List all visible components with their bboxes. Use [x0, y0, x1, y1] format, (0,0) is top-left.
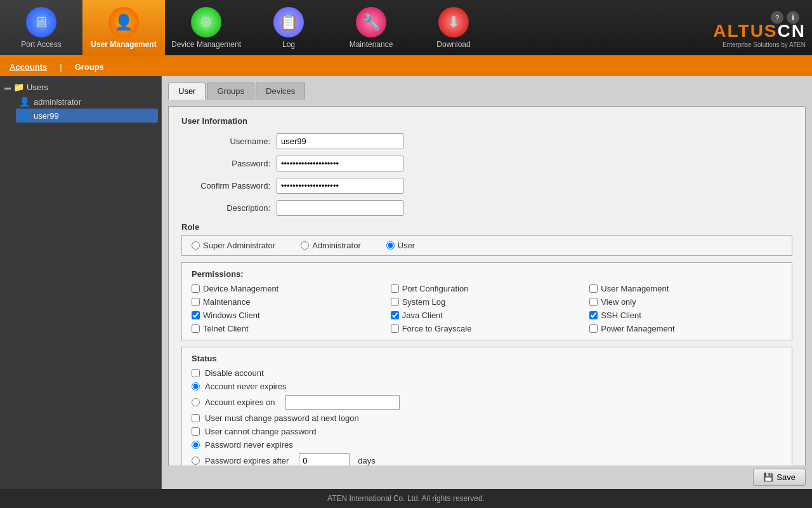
perm-telnet-client[interactable]: Telnet Client: [192, 324, 384, 333]
perm-system-log-cb[interactable]: [391, 298, 399, 306]
sidebar-item-administrator[interactable]: 👤 administrator: [16, 95, 158, 109]
password-expires-row: Password expires after days: [192, 453, 782, 465]
user-management-icon: 👤: [108, 7, 139, 37]
perm-windows-client-cb[interactable]: [192, 311, 200, 319]
perm-device-management-cb[interactable]: [192, 284, 200, 293]
copyright-text: ATEN International Co. Ltd. All rights r…: [327, 494, 485, 503]
download-icon: ⬇: [438, 7, 469, 37]
perm-device-management[interactable]: Device Management: [192, 284, 384, 293]
role-administrator-radio[interactable]: [301, 241, 309, 250]
log-icon: 📋: [273, 7, 304, 37]
expires-on-radio[interactable]: [192, 398, 200, 406]
tab-user[interactable]: User: [168, 83, 206, 100]
info-button[interactable]: ℹ: [787, 11, 799, 23]
sub-navigation: Accounts | Groups: [0, 57, 812, 76]
password-never-expires-radio[interactable]: [192, 441, 200, 449]
role-super-admin-radio[interactable]: [192, 241, 200, 250]
main-area: ▬ 📁 Users 👤 administrator 👤 user99 User: [0, 76, 812, 489]
expires-on-row: Account expires on: [192, 395, 782, 410]
nav-port-access[interactable]: 🖥 Port Access: [0, 0, 82, 57]
tab-groups[interactable]: Groups: [207, 83, 254, 100]
help-icons: ? ℹ: [771, 11, 799, 23]
nav-user-management[interactable]: 👤 User Management: [82, 0, 165, 57]
password-row: Password:: [181, 156, 792, 171]
permissions-title: Permissions:: [192, 269, 782, 279]
user-info-title: User Information: [181, 116, 792, 126]
days-label: days: [358, 456, 375, 465]
role-super-admin[interactable]: Super Administrator: [192, 241, 275, 250]
perm-windows-client[interactable]: Windows Client: [192, 311, 384, 320]
never-expires-radio[interactable]: [192, 382, 200, 391]
sidebar: ▬ 📁 Users 👤 administrator 👤 user99: [0, 76, 162, 489]
permissions-grid: Device Management Port Configuration Use…: [192, 284, 782, 333]
perm-system-log[interactable]: System Log: [391, 297, 584, 307]
nav-log[interactable]: 📋 Log: [247, 0, 330, 57]
logo-area: ? ℹ ALTUSCN Enterprise Solutions by ATEN: [713, 8, 806, 48]
nav-device-management[interactable]: ⚙ Device Management: [165, 0, 247, 57]
subnav-accounts[interactable]: Accounts: [6, 61, 50, 73]
device-management-icon: ⚙: [191, 7, 221, 37]
perm-telnet-client-cb[interactable]: [192, 324, 200, 333]
perm-java-client-cb[interactable]: [391, 311, 399, 319]
role-user[interactable]: User: [386, 241, 415, 250]
collapse-icon: ▬: [4, 84, 11, 91]
perm-power-management-cb[interactable]: [589, 324, 598, 333]
description-input[interactable]: [277, 200, 403, 216]
nav-download[interactable]: ⬇ Download: [412, 0, 495, 57]
tree-children: 👤 administrator 👤 user99: [3, 95, 158, 123]
help-button[interactable]: ?: [771, 11, 783, 23]
form-panel: User Information Username: Password: Con…: [168, 106, 806, 465]
maintenance-icon: 🔧: [356, 7, 386, 37]
top-navigation: 🖥 Port Access 👤 User Management ⚙ Device…: [0, 0, 812, 57]
nav-maintenance[interactable]: 🔧 Maintenance: [330, 0, 412, 57]
perm-view-only-cb[interactable]: [589, 298, 598, 306]
perm-force-grayscale[interactable]: Force to Grayscale: [391, 324, 584, 333]
folder-icon: 📁: [13, 82, 24, 92]
right-panel: User Groups Devices User Information Use…: [162, 76, 812, 489]
must-change-checkbox[interactable]: [192, 414, 200, 422]
perm-port-configuration[interactable]: Port Configuration: [391, 284, 584, 293]
logo-subtitle: Enterprise Solutions by ATEN: [723, 41, 806, 48]
role-administrator[interactable]: Administrator: [301, 241, 361, 250]
confirm-password-row: Confirm Password:: [181, 178, 792, 194]
password-never-expires-row: Password never expires: [192, 440, 782, 450]
status-title: Status: [192, 354, 782, 363]
cannot-change-checkbox[interactable]: [192, 427, 200, 436]
tree-root[interactable]: ▬ 📁 Users: [3, 79, 158, 95]
password-expires-radio[interactable]: [192, 457, 200, 465]
tab-bar: User Groups Devices: [168, 83, 806, 100]
subnav-groups[interactable]: Groups: [72, 61, 107, 73]
never-expires-row: Account never expires: [192, 382, 782, 391]
perm-view-only[interactable]: View only: [589, 297, 782, 307]
perm-user-management-cb[interactable]: [589, 284, 598, 293]
perm-maintenance-cb[interactable]: [192, 298, 200, 306]
username-label: Username:: [181, 137, 277, 146]
perm-port-configuration-cb[interactable]: [391, 284, 399, 293]
sidebar-item-user99[interactable]: 👤 user99: [16, 109, 158, 123]
password-expires-input[interactable]: [299, 453, 350, 465]
perm-user-management[interactable]: User Management: [589, 284, 782, 293]
confirm-password-label: Confirm Password:: [181, 181, 277, 190]
description-row: Description:: [181, 200, 792, 216]
cannot-change-row: User cannot change password: [192, 427, 782, 436]
username-input[interactable]: [277, 133, 403, 149]
perm-java-client[interactable]: Java Client: [391, 311, 584, 320]
perm-ssh-client[interactable]: SSH Client: [589, 311, 782, 320]
perm-force-grayscale-cb[interactable]: [391, 324, 399, 333]
must-change-row: User must change password at next logon: [192, 413, 782, 423]
perm-maintenance[interactable]: Maintenance: [192, 297, 384, 307]
save-icon: 💾: [763, 472, 773, 482]
disable-account-row: Disable account: [192, 368, 782, 378]
expires-on-input[interactable]: [285, 395, 400, 410]
disable-account-checkbox[interactable]: [192, 369, 200, 377]
permissions-section: Permissions: Device Management Port Conf…: [181, 262, 792, 340]
password-label: Password:: [181, 159, 277, 168]
perm-power-management[interactable]: Power Management: [589, 324, 782, 333]
save-button[interactable]: 💾 Save: [753, 469, 806, 486]
perm-ssh-client-cb[interactable]: [589, 311, 598, 319]
password-input[interactable]: [277, 156, 403, 171]
admin-user-icon: 👤: [19, 97, 30, 107]
role-user-radio[interactable]: [386, 241, 395, 250]
tab-devices[interactable]: Devices: [256, 83, 305, 100]
confirm-password-input[interactable]: [277, 178, 403, 194]
